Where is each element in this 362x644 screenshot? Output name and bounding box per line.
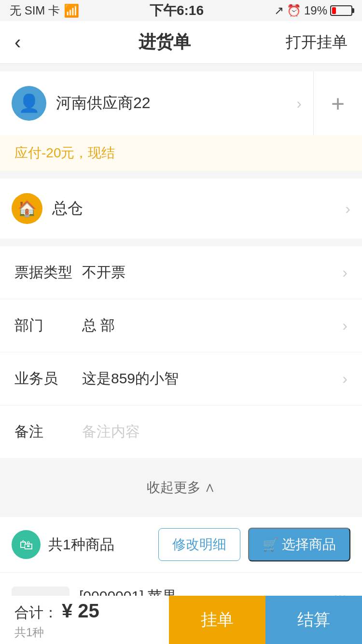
invoice-type-row[interactable]: 票据类型 不开票 ›: [0, 246, 362, 299]
supplier-selector[interactable]: 👤 河南供应商22 ›: [0, 71, 314, 135]
add-supplier-button[interactable]: +: [314, 71, 362, 135]
select-product-label: 选择商品: [282, 535, 336, 554]
info-banner: 应付-20元，现结: [0, 135, 362, 171]
remark-label: 备注: [14, 422, 72, 442]
nav-bar: ‹ 进货单 打开挂单: [0, 21, 362, 64]
content-area: 👤 河南供应商22 › + 应付-20元，现结 🏠 总仓 › 票据类型 不开票 …: [0, 64, 362, 644]
warehouse-selector[interactable]: 🏠 总仓 ›: [0, 179, 362, 238]
products-count: 共1种商品: [48, 535, 158, 555]
location-icon: ↗: [274, 4, 284, 17]
chevron-right-icon: ›: [296, 95, 302, 112]
total-text: 合计：: [14, 603, 58, 623]
department-value: 总 部: [72, 316, 337, 336]
salesperson-label: 业务员: [14, 369, 72, 389]
supplier-section: 👤 河南供应商22 › +: [0, 71, 362, 135]
department-label: 部门: [14, 316, 72, 336]
modify-detail-button[interactable]: 修改明细: [158, 528, 240, 561]
status-bar: 无 SIM 卡 📶 下午6:16 ↗ ⏰ 19%: [0, 0, 362, 21]
page-title: 进货单: [139, 30, 191, 54]
time-label: 下午6:16: [150, 1, 204, 20]
battery-icon: [330, 5, 352, 16]
carrier-label: 无 SIM 卡: [10, 3, 60, 18]
alarm-icon: ⏰: [287, 4, 301, 17]
chevron-right-icon: ›: [345, 200, 350, 218]
user-icon: 👤: [18, 93, 40, 113]
department-row[interactable]: 部门 总 部 ›: [0, 299, 362, 352]
total-amount: ¥ 25: [62, 600, 99, 622]
collapse-bar[interactable]: 收起更多 ∧: [0, 466, 362, 509]
select-product-button[interactable]: 🛒 选择商品: [248, 528, 350, 561]
remark-row[interactable]: 备注 备注内容: [0, 406, 362, 458]
salesperson-value: 这是859的小智: [72, 369, 337, 389]
products-icon-wrap: 🛍: [12, 530, 41, 559]
status-right: ↗ ⏰ 19%: [274, 4, 352, 17]
open-pending-button[interactable]: 打开挂单: [286, 32, 348, 53]
salesperson-row[interactable]: 业务员 这是859的小智 ›: [0, 352, 362, 406]
invoice-type-label: 票据类型: [14, 263, 72, 282]
spacer-top: [0, 64, 362, 71]
cart-icon: 🛒: [263, 537, 278, 552]
warehouse-name: 总仓: [52, 198, 340, 219]
supplier-name: 河南供应商22: [56, 93, 292, 114]
wifi-icon: 📶: [64, 3, 79, 18]
warehouse-icon: 🏠: [17, 199, 37, 218]
form-section: 票据类型 不开票 › 部门 总 部 › 业务员 这是859的小智 › 备注 备注…: [0, 246, 362, 458]
chevron-right-icon: ›: [342, 317, 348, 335]
battery-percent: 19%: [304, 4, 327, 17]
invoice-type-value: 不开票: [72, 263, 337, 282]
chevron-right-icon: ›: [342, 264, 348, 281]
remark-placeholder: 备注内容: [72, 422, 348, 442]
back-button[interactable]: ‹: [14, 31, 43, 53]
total-label: 合计： ¥ 25: [14, 600, 154, 623]
battery-fill: [332, 7, 336, 14]
checkout-button[interactable]: 结算: [265, 596, 362, 644]
warehouse-icon-wrap: 🏠: [12, 193, 42, 224]
status-left: 无 SIM 卡 📶: [10, 3, 79, 18]
hang-order-button[interactable]: 挂单: [169, 596, 265, 644]
total-section: 合计： ¥ 25 共1种: [0, 596, 169, 644]
supplier-avatar: 👤: [12, 86, 46, 121]
shopping-bag-icon: 🛍: [19, 537, 33, 553]
bottom-bar: 合计： ¥ 25 共1种 挂单 结算: [0, 596, 362, 644]
products-header: 🛍 共1种商品 修改明细 🛒 选择商品: [0, 517, 362, 572]
total-sub: 共1种: [14, 625, 154, 640]
chevron-right-icon: ›: [342, 370, 348, 388]
